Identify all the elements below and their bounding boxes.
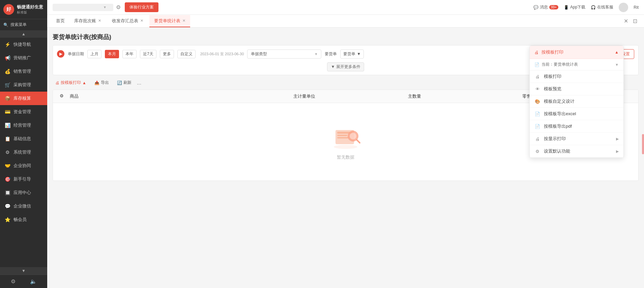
th-settings[interactable]: ⚙ (57, 93, 67, 99)
export-btn[interactable]: 📤 导出 (92, 78, 112, 87)
sidebar-nav: ⚡ 快捷导航 📢 营销推广 💰 销售管理 🛒 采购管理 📦 库存核算 💳 资金管… (0, 38, 47, 267)
print-btn[interactable]: 🖨 按模板打印 ▲ (53, 78, 89, 87)
template-preview-item[interactable]: 👁 模板预览 (530, 83, 623, 95)
sidebar-item-purchase[interactable]: 🛒 采购管理 (0, 78, 47, 92)
sidebar-item-system[interactable]: ⚙ 系统管理 (0, 146, 47, 159)
search-type-select[interactable]: 要货单 ▼ (340, 50, 364, 59)
scroll-down-btn[interactable]: ▼ (0, 267, 47, 275)
tabs-bar: 首页 库存批次账 ✕ 收发存汇总表 ✕ 要货单统计表 ✕ ✕ ⊡ (47, 15, 644, 28)
expand-icon: ▼ (331, 64, 335, 69)
tab-home[interactable]: 首页 (53, 15, 68, 27)
message-action[interactable]: 💬 消息 99+ (533, 4, 558, 10)
template-print-item[interactable]: 🖨 模板打印 (530, 70, 623, 83)
scroll-up-btn[interactable]: ▲ (0, 30, 47, 38)
finance-icon: 💳 (4, 108, 11, 115)
dropdown-header[interactable]: 🖨 按模板打印 ▲ (530, 46, 623, 59)
display-print-icon: 🖨 (534, 136, 540, 142)
dropdown-collapse-icon[interactable]: ▲ (615, 50, 619, 55)
type-select[interactable]: 单据类型 ▼ (247, 50, 321, 59)
sidebar-item-sales[interactable]: 💰 销售管理 (0, 65, 47, 78)
display-print-item[interactable]: 🖨 按显示打印 ▶ (530, 133, 623, 145)
svg-point-0 (334, 145, 357, 149)
online-service-action[interactable]: 🎧 在线客服 (591, 4, 613, 10)
refresh-btn[interactable]: 🔄 刷新 (114, 78, 134, 87)
tab-close-batch[interactable]: ✕ (98, 19, 101, 23)
svg-rect-3 (337, 135, 347, 136)
display-print-arrow: ▶ (616, 137, 619, 141)
sidebar-item-collab[interactable]: 🤝 企业协同 (0, 159, 47, 172)
sidebar-item-marketing[interactable]: 📢 营销推广 (0, 51, 47, 65)
print-arrow-icon: ▲ (82, 81, 86, 85)
filter-toggle-btn[interactable]: ▶ (57, 50, 64, 58)
printer-icon: 🖨 (55, 81, 59, 85)
quick-nav-icon: ⚡ (4, 41, 11, 48)
sound-icon[interactable]: 🔈 (30, 278, 37, 285)
tab-maximize-btn[interactable]: ⊡ (632, 17, 639, 25)
sidebar-item-basic[interactable]: 📋 基础信息 (0, 132, 47, 146)
empty-icon (329, 123, 362, 150)
breadcrumb-input[interactable]: ▼ (53, 4, 113, 11)
default-func-item[interactable]: ⚙ 设置默认功能 ▶ (530, 145, 623, 158)
th-qty: 主数量 (405, 93, 520, 99)
tab-close-window-btn[interactable]: ✕ (622, 17, 630, 25)
sidebar-item-operations[interactable]: 📊 经营管理 (0, 119, 47, 132)
app-logo: 好 畅捷通好生意 标准版 (0, 0, 47, 19)
type-select-arrow: ▼ (314, 52, 318, 56)
scroll-indicator[interactable] (642, 134, 644, 154)
wechat-icon: 💬 (4, 203, 11, 210)
dropdown-icon: ▼ (103, 5, 107, 9)
date-btn-custom[interactable]: 自定义 (177, 50, 196, 58)
tab-order-stats[interactable]: 要货单统计表 ✕ (149, 15, 190, 27)
template-export-pdf-item[interactable]: 📄 按模板导出pdf (530, 120, 623, 133)
gear-icon[interactable]: ⚙ (116, 4, 121, 10)
date-btn-7days[interactable]: 近7天 (140, 50, 156, 58)
username: Rit (634, 5, 639, 10)
sidebar-item-wechat[interactable]: 💬 企业微信 (0, 199, 47, 213)
date-range-display: 2023-06-01 至 2023-06-30 (200, 52, 244, 57)
nav-search-input[interactable] (56, 5, 103, 10)
trial-button[interactable]: 体验行业方案 (125, 2, 158, 12)
settings-icon[interactable]: ⚙ (11, 278, 16, 285)
svg-rect-4 (337, 137, 349, 138)
expand-more-btn[interactable]: ▼ 展开更多条件 (327, 62, 364, 71)
collab-icon: 🤝 (4, 162, 11, 169)
tab-batch-account[interactable]: 库存批次账 ✕ (69, 15, 106, 27)
date-btn-more[interactable]: 更多 (160, 50, 174, 58)
sidebar-item-guide[interactable]: 🎯 新手引导 (0, 172, 47, 186)
avatar[interactable] (619, 3, 628, 12)
sales-icon: 💰 (4, 68, 11, 75)
current-template-item[interactable]: 📄 当前：要货单统计表 ▼ (530, 59, 623, 70)
default-func-icon: ⚙ (534, 148, 540, 154)
print-dropdown: 🖨 按模板打印 ▲ 📄 当前：要货单统计表 ▼ 🖨 模板打印 👁 模板预览 🎨 … (529, 45, 624, 158)
excel-icon: 📄 (534, 111, 540, 117)
template-design-item[interactable]: 🎨 模板自定义设计 (530, 95, 623, 108)
svg-line-7 (357, 140, 360, 143)
th-unit: 主计量单位 (291, 93, 405, 99)
tab-receipt-summary[interactable]: 收发存汇总表 ✕ (107, 15, 148, 27)
message-icon: 💬 (533, 5, 538, 10)
dropdown-header-left: 🖨 按模板打印 (534, 49, 563, 55)
phone-icon: 📱 (564, 5, 569, 10)
tab-close-receipt[interactable]: ✕ (140, 19, 143, 23)
sidebar-item-finance[interactable]: 💳 资金管理 (0, 105, 47, 119)
date-btn-this-month[interactable]: 本月 (105, 50, 119, 58)
basic-icon: 📋 (4, 135, 11, 142)
sidebar-item-member[interactable]: ⭐ 畅会员 (0, 213, 47, 226)
page-title: 要货单统计表(按商品) (53, 33, 639, 41)
system-icon: ⚙ (4, 149, 11, 156)
more-actions-btn[interactable]: ... (137, 80, 141, 86)
template-design-icon: 🎨 (534, 98, 540, 104)
tab-close-order[interactable]: ✕ (182, 19, 185, 23)
search-menu[interactable]: 🔍 搜索菜单 (0, 19, 47, 30)
date-btn-this-year[interactable]: 本年 (122, 50, 137, 58)
sidebar-item-quick-nav[interactable]: ⚡ 快捷导航 (0, 38, 47, 51)
search-select-arrow: ▼ (357, 52, 361, 56)
date-btn-prev-month[interactable]: 上月 (87, 50, 101, 58)
appstore-icon: 🔲 (4, 189, 11, 196)
app-download-action[interactable]: 📱 App下载 (564, 4, 585, 10)
template-export-excel-item[interactable]: 📄 按模板导出excel (530, 108, 623, 120)
sidebar-item-appstore[interactable]: 🔲 应用中心 (0, 186, 47, 199)
header-right: 💬 消息 99+ 📱 App下载 🎧 在线客服 Rit (533, 3, 639, 12)
sidebar: 好 畅捷通好生意 标准版 🔍 搜索菜单 ▲ ⚡ 快捷导航 📢 营销推广 💰 销售… (0, 0, 47, 288)
sidebar-item-inventory[interactable]: 📦 库存核算 (0, 92, 47, 105)
